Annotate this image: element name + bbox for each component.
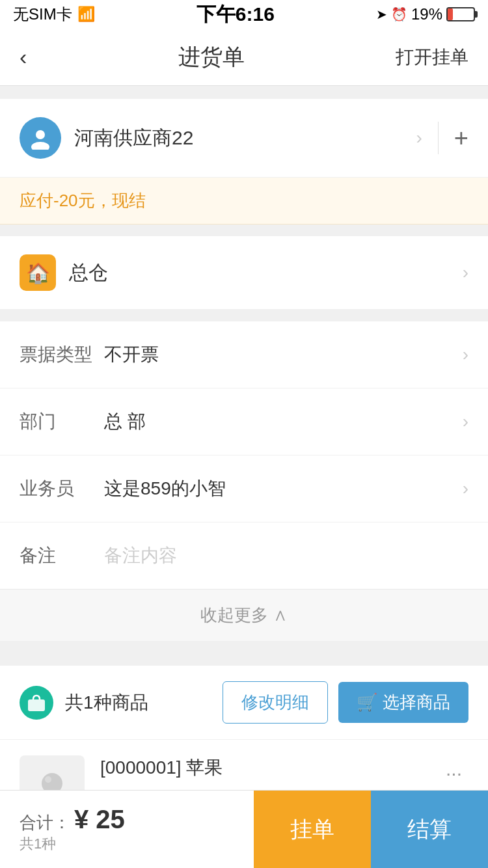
svg-point-1 [31, 142, 49, 150]
invoice-type-value: 不开票 [104, 342, 463, 367]
back-button[interactable]: ‹ [20, 44, 27, 70]
warehouse-icon: 🏠 [20, 254, 56, 291]
supplier-chevron-icon: › [416, 128, 422, 148]
products-count: 共1种商品 [65, 690, 223, 715]
department-chevron-icon: › [463, 411, 468, 432]
remark-input[interactable]: 备注内容 [104, 543, 468, 568]
edit-detail-button[interactable]: 修改明细 [223, 681, 328, 724]
salesperson-row[interactable]: 业务员 这是859的小智 › [0, 455, 488, 522]
total-count: 共1种 [20, 834, 234, 854]
svg-point-4 [45, 776, 51, 783]
gap-2 [0, 224, 488, 236]
supplier-name: 河南供应商22 [74, 125, 416, 152]
status-bar: 无SIM卡 📶 下午6:16 ➤ ⏰ 19% [0, 0, 488, 29]
alarm-icon: ⏰ [391, 7, 407, 22]
svg-rect-2 [28, 699, 45, 711]
invoice-type-label: 票据类型 [20, 342, 104, 367]
add-supplier-button[interactable]: + [454, 124, 468, 152]
warehouse-section: 🏠 总仓 › [0, 236, 488, 309]
nav-bar: ‹ 进货单 打开挂单 [0, 29, 488, 86]
gap-3 [0, 309, 488, 321]
divider [438, 122, 439, 154]
warehouse-chevron-icon: › [463, 262, 468, 283]
gap-4 [0, 641, 488, 653]
products-bag-icon [20, 686, 53, 720]
page-title: 进货单 [178, 42, 245, 72]
department-row[interactable]: 部门 总 部 › [0, 388, 488, 455]
warehouse-row[interactable]: 🏠 总仓 › [0, 236, 488, 309]
products-header: 共1种商品 修改明细 🛒 选择商品 [0, 666, 488, 740]
hang-button[interactable]: 挂单 [254, 791, 371, 869]
product-title: 苹果 [186, 757, 223, 778]
salesperson-label: 业务员 [20, 476, 104, 501]
invoice-type-row[interactable]: 票据类型 不开票 › [0, 321, 488, 388]
invoice-chevron-icon: › [463, 344, 468, 365]
form-section: 票据类型 不开票 › 部门 总 部 › 业务员 这是859的小智 › 备注 备注… [0, 321, 488, 589]
product-more-button[interactable]: ··· [439, 755, 468, 791]
total-amount: ¥ 25 [74, 805, 125, 834]
department-value: 总 部 [104, 409, 463, 434]
supplier-row[interactable]: 河南供应商22 › + [0, 99, 488, 178]
battery-icon [446, 7, 475, 21]
status-time: 下午6:16 [197, 1, 275, 28]
select-product-button[interactable]: 🛒 选择商品 [338, 682, 468, 723]
sim-text: 无SIM卡 [13, 4, 72, 25]
location-icon: ➤ [376, 7, 387, 22]
warehouse-name: 总仓 [69, 260, 463, 286]
footer: 合计： ¥ 25 共1种 挂单 结算 [0, 790, 488, 868]
salesperson-chevron-icon: › [463, 478, 468, 499]
wifi-icon: 📶 [77, 6, 95, 23]
remark-label: 备注 [20, 543, 104, 568]
remark-row[interactable]: 备注 备注内容 [0, 522, 488, 589]
total-label: 合计： [20, 811, 70, 834]
select-product-label: 选择商品 [383, 691, 450, 714]
supplier-section: 河南供应商22 › + 应付-20元，现结 [0, 99, 488, 224]
cart-icon: 🛒 [357, 692, 377, 712]
svg-point-0 [36, 130, 45, 139]
product-id: [0000001] [100, 757, 182, 778]
product-name: [0000001] 苹果 [100, 755, 439, 780]
open-pending-button[interactable]: 打开挂单 [396, 45, 468, 70]
status-left: 无SIM卡 📶 [13, 4, 95, 25]
collapse-bar[interactable]: 收起更多 ∧ [0, 589, 488, 641]
status-right: ➤ ⏰ 19% [376, 5, 475, 23]
footer-total: 合计： ¥ 25 共1种 [0, 805, 254, 854]
salesperson-value: 这是859的小智 [104, 476, 463, 501]
checkout-button[interactable]: 结算 [371, 791, 488, 869]
gap-1 [0, 86, 488, 99]
supplier-avatar [20, 117, 61, 159]
battery-percent: 19% [411, 5, 442, 23]
notice-bar: 应付-20元，现结 [0, 178, 488, 224]
department-label: 部门 [20, 409, 104, 434]
